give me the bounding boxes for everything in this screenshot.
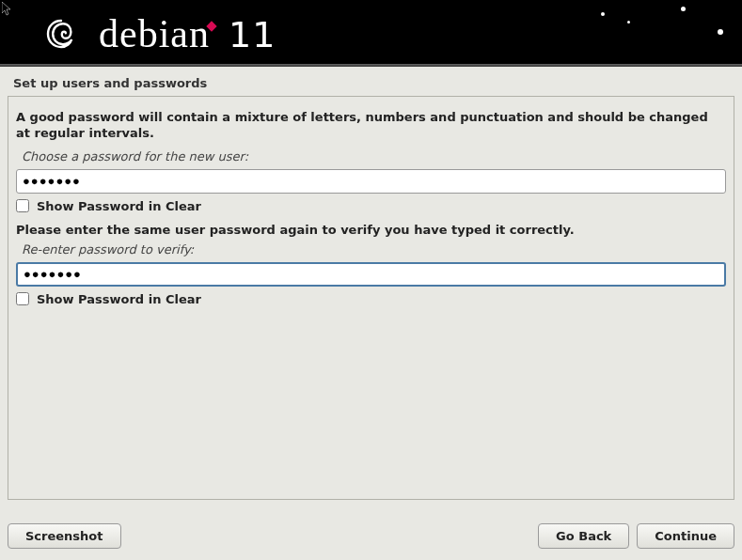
show-password-checkbox-1[interactable] bbox=[16, 199, 29, 212]
password1-label: Choose a password for the new user: bbox=[22, 149, 726, 163]
main-form-panel: A good password will contain a mixture o… bbox=[8, 96, 734, 500]
continue-button[interactable]: Continue bbox=[637, 523, 734, 549]
show-password-checkbox-2[interactable] bbox=[16, 292, 29, 305]
verify-instruction: Please enter the same user password agai… bbox=[16, 223, 726, 237]
brand-name: debian bbox=[99, 11, 210, 56]
show-password-label-1: Show Password in Clear bbox=[37, 199, 201, 213]
installer-header: debian 11 bbox=[0, 0, 742, 67]
password2-label: Re-enter password to verify: bbox=[22, 242, 726, 257]
password-instruction: A good password will contain a mixture o… bbox=[16, 110, 726, 142]
debian-logo-text: debian 11 bbox=[99, 11, 276, 56]
screenshot-button[interactable]: Screenshot bbox=[8, 523, 121, 549]
password-verify-input[interactable] bbox=[16, 262, 726, 287]
page-title: Set up users and passwords bbox=[0, 67, 742, 96]
mouse-cursor-icon bbox=[2, 2, 13, 20]
show-password-label-2: Show Password in Clear bbox=[37, 292, 201, 306]
password-input[interactable] bbox=[16, 169, 726, 194]
footer-button-bar: Screenshot Go Back Continue bbox=[0, 523, 742, 549]
header-decoration bbox=[592, 5, 695, 19]
go-back-button[interactable]: Go Back bbox=[538, 523, 629, 549]
debian-swirl-icon bbox=[42, 15, 80, 53]
version-number: 11 bbox=[229, 14, 276, 55]
